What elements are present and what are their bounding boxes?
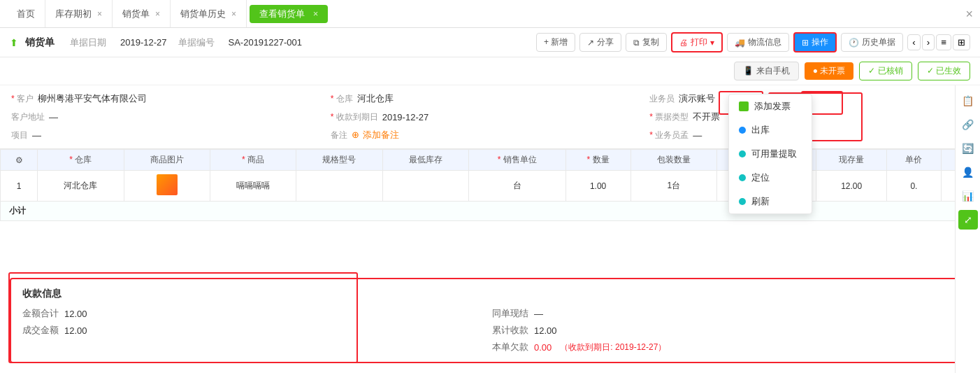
- plus-icon: ⊕: [352, 129, 359, 140]
- new-button[interactable]: + 新增: [536, 33, 575, 52]
- same-bill-value: —: [534, 309, 543, 319]
- col-img: 商品图片: [124, 150, 210, 171]
- add-invoice-icon: [739, 101, 749, 111]
- list-view-button[interactable]: ≡: [936, 34, 951, 50]
- tab-inventory-label: 库存期初: [55, 8, 92, 20]
- row-warehouse: 河北仓库: [38, 171, 124, 202]
- payment-date-value: 2019-12-27: [382, 112, 429, 122]
- grid-view-button[interactable]: ⊞: [953, 34, 970, 50]
- available-qty-item[interactable]: 可用量提取: [729, 142, 812, 166]
- warehouse-row: 仓库 河北仓库: [331, 92, 650, 105]
- refresh-icon: [739, 198, 746, 205]
- close-sales-history-tab[interactable]: ×: [231, 9, 236, 19]
- payment-right: 同单现结 — 累计收款 12.00 本单欠款 0.00 （收款到期日: 2019…: [492, 307, 958, 353]
- locate-item[interactable]: 定位: [729, 166, 812, 190]
- col-min-stock: 最低库存: [382, 150, 468, 171]
- row-spec: [296, 171, 382, 202]
- check-icon: ✓: [868, 66, 875, 76]
- copy-icon: ⧉: [633, 38, 640, 48]
- tab-home[interactable]: 首页: [7, 0, 45, 27]
- same-bill-label: 同单现结: [492, 307, 528, 320]
- staff2-value: —: [693, 130, 702, 141]
- next-button[interactable]: ›: [922, 34, 935, 50]
- copy-button[interactable]: ⧉ 复制: [626, 33, 667, 52]
- add-invoice-item[interactable]: 添加发票: [729, 94, 812, 118]
- project-row: 项目 —: [11, 129, 331, 141]
- tab-sales-history-label: 销货单历史: [180, 8, 226, 20]
- address-value: —: [49, 112, 58, 122]
- effective-button[interactable]: ✓ 已生效: [918, 62, 970, 80]
- row-product: 嗝嗝嗝嗝: [210, 171, 296, 202]
- cumulative-row: 累计收款 12.00: [492, 324, 958, 337]
- sidebar-refresh-icon[interactable]: 🔄: [958, 139, 978, 158]
- circle-icon: ●: [813, 66, 818, 76]
- outbound-label: 出库: [751, 124, 770, 136]
- payment-grid: 金额合计 12.00 成交金额 12.00 同单现结 —: [22, 307, 958, 353]
- not-open-button[interactable]: ● 未开票: [805, 62, 854, 80]
- tab-bar: 首页 库存期初 × 销货单 × 销货单历史 × 查看销货单 × ×: [0, 0, 980, 28]
- tab-sales-label: 销货单: [122, 8, 150, 20]
- close-view-sales-tab[interactable]: ×: [313, 8, 319, 19]
- subtotal-row: 小计: [1, 202, 980, 221]
- staff2-label: 业务员孟: [649, 129, 689, 141]
- customer-value: 柳州粤港平安气体有限公司: [38, 92, 147, 105]
- operate-button[interactable]: ⊞ 操作: [793, 32, 837, 52]
- owe-value: 0.00: [534, 342, 552, 353]
- row-qty: 1.00: [565, 171, 630, 202]
- tab-sales[interactable]: 销货单 ×: [113, 0, 171, 27]
- phone-icon: 📱: [743, 66, 754, 76]
- sidebar-copy-icon[interactable]: 📋: [958, 91, 978, 111]
- note-add[interactable]: ⊕ 添加备注: [352, 129, 400, 141]
- note-row: 备注 ⊕ 添加备注: [331, 129, 650, 141]
- product-image: [157, 174, 178, 195]
- sidebar-stats-icon[interactable]: 📊: [958, 186, 978, 206]
- sidebar-link-icon[interactable]: 🔗: [958, 115, 978, 134]
- payment-title: 收款信息: [22, 288, 958, 300]
- logistics-button[interactable]: 🚚 物流信息: [727, 33, 789, 52]
- tab-view-sales[interactable]: 查看销货单 ×: [250, 5, 328, 23]
- tab-inventory[interactable]: 库存期初 ×: [45, 0, 113, 27]
- check2-icon: ✓: [927, 66, 934, 76]
- close-inventory-tab[interactable]: ×: [97, 9, 102, 19]
- col-warehouse: 仓库: [38, 150, 124, 171]
- close-window-button[interactable]: ×: [965, 6, 973, 21]
- col-stock: 现存量: [816, 150, 887, 171]
- share-button[interactable]: ↗ 分享: [579, 33, 621, 52]
- col-settings: ⚙: [1, 150, 38, 171]
- cumulative-label: 累计收款: [492, 324, 528, 337]
- sidebar-expand-icon[interactable]: ⤢: [958, 210, 978, 230]
- sidebar-user-icon[interactable]: 👤: [958, 162, 978, 182]
- toolbar-actions: + 新增 ↗ 分享 ⧉ 复制 🖨 打印 ▾ 🚚 物流信息 ⊞ 操作: [536, 32, 970, 52]
- owe-row: 本单欠款 0.00 （收款到期日: 2019-12-27）: [492, 341, 958, 353]
- row-stock: 12.00: [816, 171, 887, 202]
- history-button[interactable]: 🕐 历史单据: [841, 33, 903, 52]
- col-unit: 销售单位: [469, 150, 566, 171]
- print-button[interactable]: 🖨 打印 ▾: [671, 32, 723, 52]
- project-value: —: [32, 130, 41, 141]
- app-container: 首页 库存期初 × 销货单 × 销货单历史 × 查看销货单 × × ⬆ 销货单 …: [0, 0, 980, 373]
- address-row: 客户地址 —: [11, 111, 331, 123]
- cumulative-value: 12.00: [534, 325, 557, 336]
- outbound-icon: [739, 127, 746, 134]
- warehouse-label: 仓库: [331, 93, 353, 105]
- doc-icon: ⬆: [10, 37, 18, 48]
- history-icon: 🕐: [849, 38, 859, 48]
- col-spec: 规格型号: [296, 150, 382, 171]
- confirmed-button[interactable]: ✓ 已核销: [859, 62, 911, 80]
- outbound-item[interactable]: 出库: [729, 118, 812, 142]
- project-label: 项目: [11, 129, 28, 141]
- refresh-item[interactable]: 刷新: [729, 190, 812, 213]
- deal-amount-row: 成交金额 12.00: [22, 324, 488, 337]
- warehouse-value: 河北仓库: [357, 92, 394, 105]
- doc-title: 销货单: [25, 36, 55, 49]
- sub-toolbar: 📱 来自手机 ● 未开票 ✓ 已核销 ✓ 已生效: [0, 57, 980, 85]
- prev-button[interactable]: ‹: [907, 34, 920, 50]
- table-row: 1 河北仓库 嗝嗝嗝嗝 台 1.00 1台 12: [1, 171, 980, 202]
- owe-label: 本单欠款: [492, 341, 528, 353]
- ticket-type-label: 票据类型: [649, 111, 689, 123]
- payment-date-row: 收款到期日 2019-12-27: [331, 111, 650, 123]
- row-img: [124, 171, 210, 202]
- tab-sales-history[interactable]: 销货单历史 ×: [171, 0, 247, 27]
- close-sales-tab[interactable]: ×: [155, 9, 160, 19]
- from-phone-button[interactable]: 📱 来自手机: [734, 62, 798, 80]
